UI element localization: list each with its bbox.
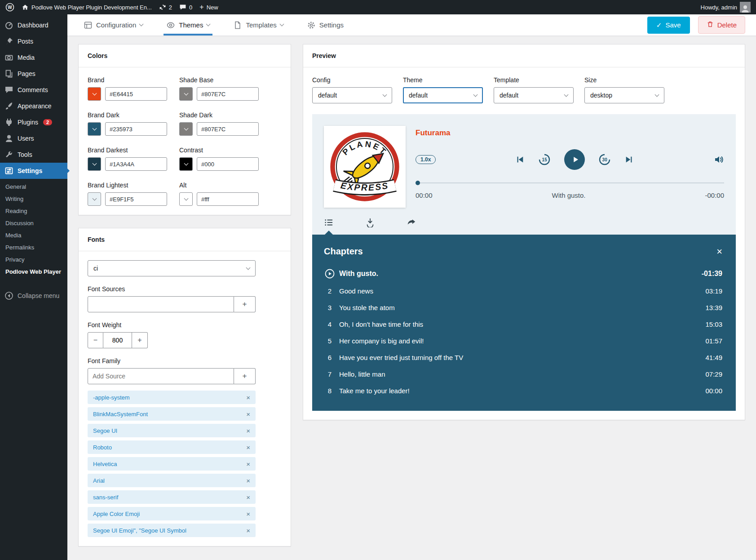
sidebar-item-pages[interactable]: Pages xyxy=(0,66,67,82)
user-icon xyxy=(4,134,13,143)
site-link[interactable]: Podlove Web Player Plugin Development En… xyxy=(22,4,152,11)
color-value-input[interactable] xyxy=(105,87,167,101)
save-button[interactable]: ✓ Save xyxy=(647,17,690,34)
collapse-arrow-icon xyxy=(4,291,13,300)
chapter-row[interactable]: 3 You stole the atom 13:39 xyxy=(312,299,736,316)
color-swatch[interactable] xyxy=(179,87,193,101)
chapter-row[interactable]: 6 Have you ever tried just turning off t… xyxy=(312,349,736,366)
color-value-input[interactable] xyxy=(197,122,259,136)
tab-templates[interactable]: Templates xyxy=(230,14,286,36)
decrease-weight-button[interactable]: − xyxy=(88,332,103,348)
next-chapter-button[interactable] xyxy=(624,155,634,164)
remove-icon[interactable]: × xyxy=(246,461,250,467)
new-label: New xyxy=(207,4,218,11)
increase-weight-button[interactable]: + xyxy=(132,332,148,348)
previous-chapter-button[interactable] xyxy=(515,155,525,164)
chapter-row[interactable]: 8 Take me to your leader! 00:00 xyxy=(312,382,736,399)
sidebar-item-plugins[interactable]: Plugins 2 xyxy=(0,114,67,130)
size-select[interactable]: desktop xyxy=(584,87,664,103)
color-value-input[interactable] xyxy=(197,87,259,101)
submenu-reading[interactable]: Reading xyxy=(0,205,67,217)
collapse-menu-button[interactable]: Collapse menu xyxy=(0,288,67,304)
theme-select[interactable]: default xyxy=(403,87,483,103)
remove-icon[interactable]: × xyxy=(246,494,250,501)
submenu-privacy[interactable]: Privacy xyxy=(0,253,67,266)
volume-button[interactable] xyxy=(713,154,724,165)
sidebar-item-users[interactable]: Users xyxy=(0,130,67,147)
forward-30-button[interactable]: 30 xyxy=(597,152,612,167)
plugin-tabbar: Configuration Themes Templates Settings … xyxy=(67,14,756,36)
config-select[interactable]: default xyxy=(312,87,392,103)
color-swatch[interactable] xyxy=(88,122,101,136)
updates-link[interactable]: 2 xyxy=(159,4,172,11)
account-menu[interactable]: Howdy, admin xyxy=(701,2,751,13)
color-field-alt: Alt xyxy=(179,182,259,206)
color-value-input[interactable] xyxy=(197,157,259,171)
submenu-podlove-web-player[interactable]: Podlove Web Player xyxy=(0,266,67,278)
chevron-down-icon xyxy=(383,92,387,97)
color-swatch[interactable] xyxy=(179,192,193,206)
remove-icon[interactable]: × xyxy=(246,477,250,484)
chapters-tab-button[interactable] xyxy=(324,218,334,227)
sidebar-item-tools[interactable]: Tools xyxy=(0,147,67,163)
updates-icon xyxy=(159,4,166,11)
seek-handle[interactable] xyxy=(416,181,420,185)
submenu-general[interactable]: General xyxy=(0,181,67,193)
color-swatch[interactable] xyxy=(88,192,101,206)
add-font-family-button[interactable]: + xyxy=(234,368,256,384)
rewind-15-button[interactable]: 15 xyxy=(537,152,552,167)
color-swatch[interactable] xyxy=(179,122,193,136)
templates-icon xyxy=(233,21,242,30)
color-value-input[interactable] xyxy=(105,157,167,171)
wordpress-logo-icon[interactable]: W xyxy=(5,3,14,12)
color-value-input[interactable] xyxy=(197,192,259,206)
gear-icon xyxy=(307,21,316,30)
delete-button[interactable]: Delete xyxy=(698,16,745,34)
chapter-row[interactable]: 2 Good news 03:19 xyxy=(312,283,736,299)
submenu-discussion[interactable]: Discussion xyxy=(0,217,67,229)
font-family-input[interactable] xyxy=(88,368,234,384)
chapter-row[interactable]: 5 Her company is big and evil! 01:57 xyxy=(312,333,736,349)
tab-settings[interactable]: Settings xyxy=(304,14,346,36)
color-swatch[interactable] xyxy=(179,157,193,171)
sidebar-item-dashboard[interactable]: Dashboard xyxy=(0,17,67,33)
tab-themes[interactable]: Themes xyxy=(164,14,212,36)
sidebar-item-settings[interactable]: Settings xyxy=(0,163,67,179)
color-value-input[interactable] xyxy=(105,122,167,136)
font-weight-input[interactable] xyxy=(103,332,132,348)
template-select[interactable]: default xyxy=(494,87,574,103)
color-swatch[interactable] xyxy=(88,87,101,101)
color-swatch[interactable] xyxy=(88,157,101,171)
comments-icon xyxy=(4,85,13,94)
font-sources-input[interactable] xyxy=(88,296,234,312)
tab-configuration[interactable]: Configuration xyxy=(81,14,146,36)
chapter-row[interactable]: 7 Hello, little man 07:29 xyxy=(312,366,736,382)
playback-rate-button[interactable]: 1.0x xyxy=(416,155,436,164)
seek-bar[interactable] xyxy=(416,181,724,185)
remove-icon[interactable]: × xyxy=(246,444,250,451)
download-tab-button[interactable] xyxy=(365,218,375,227)
remove-icon[interactable]: × xyxy=(246,411,250,418)
new-content-link[interactable]: + New xyxy=(199,3,218,11)
color-value-input[interactable] xyxy=(105,192,167,206)
remove-icon[interactable]: × xyxy=(246,511,250,517)
chapter-row[interactable]: With gusto. -01:39 xyxy=(312,265,736,283)
submenu-permalinks[interactable]: Permalinks xyxy=(0,241,67,253)
sidebar-item-comments[interactable]: Comments xyxy=(0,82,67,98)
remove-icon[interactable]: × xyxy=(246,394,250,401)
remove-icon[interactable]: × xyxy=(246,427,250,434)
share-tab-button[interactable] xyxy=(407,218,416,227)
sidebar-item-media[interactable]: Media xyxy=(0,49,67,66)
submenu-media[interactable]: Media xyxy=(0,229,67,241)
close-icon[interactable]: × xyxy=(716,247,722,257)
remove-icon[interactable]: × xyxy=(246,527,250,534)
sidebar-item-posts[interactable]: Posts xyxy=(0,33,67,49)
font-preset-select[interactable]: ci xyxy=(88,260,256,276)
add-font-source-button[interactable]: + xyxy=(234,296,256,312)
sidebar-item-appearance[interactable]: Appearance xyxy=(0,98,67,114)
submenu-writing[interactable]: Writing xyxy=(0,193,67,205)
play-button[interactable] xyxy=(564,149,585,170)
comments-link[interactable]: 0 xyxy=(179,4,192,11)
camera-icon xyxy=(4,53,13,62)
chapter-row[interactable]: 4 Oh, I don't have time for this 15:03 xyxy=(312,316,736,333)
